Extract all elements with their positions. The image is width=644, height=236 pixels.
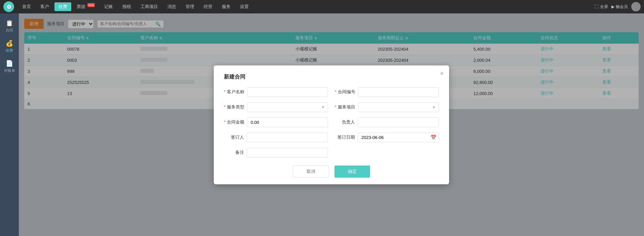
nav-settings[interactable]: 设置 [236, 2, 253, 11]
field-signer: 签订人 [224, 133, 328, 142]
form-row-1: 客户名称 合同编号 [224, 87, 439, 97]
field-service-type: 服务类型 [224, 102, 328, 112]
sidebar-item-fee[interactable]: 💰 收费 [1, 37, 18, 56]
modal-title: 新建合同 [224, 74, 439, 81]
member-button[interactable]: ▶ 畅会员 [611, 4, 628, 10]
sidebar-item-statement[interactable]: 📄 对账单 [1, 57, 18, 76]
nav-fee[interactable]: 收费 [54, 2, 71, 11]
top-nav: ✿ 首页 客户 收费 票据 new 记账 报税 工商项目 消息 管理 经营 服务… [0, 0, 644, 13]
nav-business[interactable]: 工商项目 [136, 2, 162, 11]
service-item-select[interactable] [358, 102, 439, 112]
service-type-label: 服务类型 [224, 104, 244, 110]
form-row-4: 签订人 签订日期 📅 [224, 133, 439, 142]
signer-input[interactable] [247, 133, 328, 142]
confirm-button[interactable]: 确定 [334, 166, 370, 178]
nav-operation[interactable]: 经营 [200, 2, 216, 11]
responsible-input[interactable] [358, 117, 439, 127]
service-type-select-wrapper [247, 102, 328, 112]
contract-no-label: 合同编号 [335, 89, 355, 95]
cancel-button[interactable]: 取消 [293, 166, 329, 178]
fullscreen-button[interactable]: ⛶ 全屏 [595, 4, 608, 10]
signer-label: 签订人 [224, 134, 244, 140]
form-row-5: 备注 [224, 148, 439, 157]
nav-customer[interactable]: 客户 [36, 2, 53, 11]
calendar-icon[interactable]: 📅 [431, 135, 436, 140]
sign-date-wrapper: 📅 [358, 133, 439, 142]
customer-name-input[interactable] [247, 87, 328, 97]
contract-amount-label: 合同金额 [224, 119, 244, 125]
notes-label: 备注 [224, 149, 244, 155]
field-responsible: 负责人 [335, 117, 439, 127]
notes-input[interactable] [247, 148, 328, 157]
modal-close-button[interactable]: × [440, 70, 444, 77]
field-sign-date: 签订日期 📅 [335, 133, 439, 142]
nav-home[interactable]: 首页 [18, 2, 35, 11]
field-customer-name: 客户名称 [224, 87, 328, 97]
contract-amount-input[interactable] [247, 117, 328, 127]
field-contract-amount: 合同金额 [224, 117, 328, 127]
field-contract-no: 合同编号 [335, 87, 439, 97]
modal-footer: 取消 确定 [224, 166, 439, 178]
sign-date-label: 签订日期 [335, 134, 355, 140]
nav-message[interactable]: 消息 [163, 2, 180, 11]
nav-bookkeeping[interactable]: 记账 [100, 2, 117, 11]
app-logo: ✿ [3, 1, 14, 12]
user-avatar[interactable] [631, 2, 641, 11]
modal-overlay: 新建合同 × 客户名称 合同编号 服务类型 [19, 13, 644, 236]
nav-service[interactable]: 服务 [218, 2, 235, 11]
form-row-3: 合同金额 负责人 [224, 117, 439, 127]
new-badge: new [87, 3, 95, 7]
main-layout: 📋 合同 💰 收费 📄 对账单 新增 服务项目 进行中 已完成 已终止 🔍 [0, 13, 644, 236]
field-notes: 备注 [224, 148, 328, 157]
form-row-2: 服务类型 服务项目 [224, 102, 439, 112]
sidebar: 📋 合同 💰 收费 📄 对账单 [0, 13, 19, 236]
nav-invoice[interactable]: 票据 new [73, 2, 99, 11]
field-service-item: 服务项目 [335, 102, 439, 112]
sign-date-input[interactable] [358, 133, 439, 142]
new-contract-modal: 新建合同 × 客户名称 合同编号 服务类型 [214, 65, 449, 184]
contract-icon: 📋 [6, 19, 13, 27]
sidebar-item-contract[interactable]: 📋 合同 [1, 17, 18, 36]
contract-no-input[interactable] [358, 87, 439, 97]
nav-right: ⛶ 全屏 ▶ 畅会员 [595, 2, 641, 11]
service-item-label: 服务项目 [335, 104, 355, 110]
customer-name-label: 客户名称 [224, 89, 244, 95]
nav-tax[interactable]: 报税 [118, 2, 135, 11]
statement-icon: 📄 [6, 60, 13, 67]
content-area: 新增 服务项目 进行中 已完成 已终止 🔍 序号 合同编号⇅ 客户名称⇅ [19, 13, 644, 236]
fee-icon: 💰 [6, 40, 13, 47]
service-item-select-wrapper [358, 102, 439, 112]
service-type-select[interactable] [247, 102, 328, 112]
responsible-label: 负责人 [335, 119, 355, 125]
nav-manage[interactable]: 管理 [182, 2, 198, 11]
